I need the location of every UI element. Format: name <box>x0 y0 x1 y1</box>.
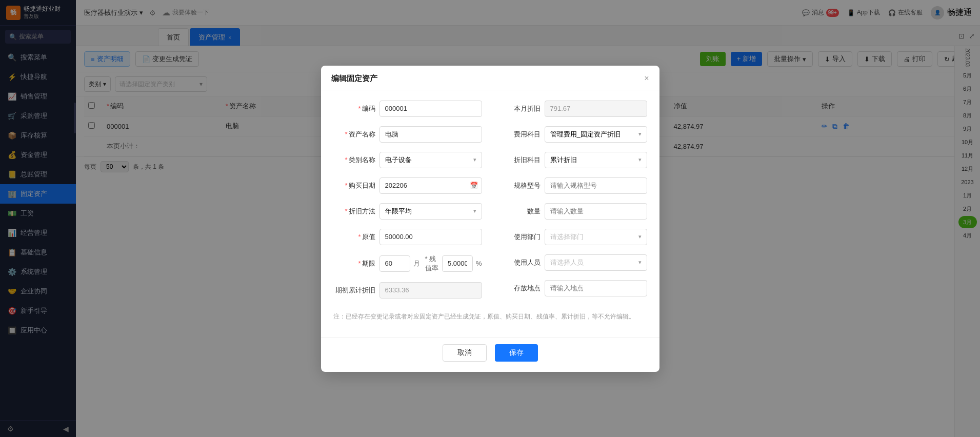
input-location[interactable] <box>545 280 647 296</box>
label-quantity: 数量 <box>498 207 545 216</box>
form-row-purchase-date: *购买日期 📅 <box>333 177 482 194</box>
modal-left-col: *编码 *资产名称 *类别名称 电子设备 ▾ <box>333 101 482 308</box>
input-code[interactable] <box>379 101 482 117</box>
select-deprec-method-value: 年限平均 <box>385 207 412 216</box>
deprec-method-chevron-icon: ▾ <box>473 208 476 214</box>
input-purchase-date[interactable] <box>379 177 482 194</box>
label-asset-name: *资产名称 <box>333 130 379 139</box>
modal-note: 注：已经存在变更记录或者对应固定资产已经生成凭证，原值、购买日期、残值率、累计折… <box>333 308 647 327</box>
label-person: 使用人员 <box>498 258 545 267</box>
form-row-original-value: *原值 <box>333 229 482 245</box>
form-row-quantity: 数量 <box>498 203 647 220</box>
label-category: *类别名称 <box>333 155 379 165</box>
period-group: 月 * 残值率 % <box>379 254 482 273</box>
form-row-person: 使用人员 请选择人员 ▾ <box>498 254 647 271</box>
input-asset-name[interactable] <box>379 126 482 143</box>
select-deprec-subject[interactable]: 累计折旧 ▾ <box>545 152 647 168</box>
input-residual-rate[interactable] <box>442 255 473 272</box>
select-deprec-method[interactable]: 年限平均 ▾ <box>379 203 482 220</box>
modal-footer: 取消 保存 <box>321 337 659 372</box>
label-dept: 使用部门 <box>498 232 545 242</box>
modal-grid: *编码 *资产名称 *类别名称 电子设备 ▾ <box>333 101 647 308</box>
expense-subject-chevron-icon: ▾ <box>638 131 642 137</box>
calendar-icon: 📅 <box>470 182 478 189</box>
label-location: 存放地点 <box>498 284 545 293</box>
form-row-period: *期限 月 * 残值率 % <box>333 254 482 273</box>
input-monthly-deprec <box>545 101 647 117</box>
modal-close-btn[interactable]: × <box>644 74 649 83</box>
select-category[interactable]: 电子设备 ▾ <box>379 152 482 168</box>
category-select-chevron-icon: ▾ <box>473 156 476 163</box>
select-category-value: 电子设备 <box>385 155 412 165</box>
form-row-dept: 使用部门 请选择部门 ▾ <box>498 229 647 245</box>
label-original-value: *原值 <box>333 232 379 242</box>
input-quantity[interactable] <box>545 203 647 220</box>
label-expense-subject: 费用科目 <box>498 130 545 139</box>
form-row-period-accum: 期初累计折旧 <box>333 282 482 299</box>
modal-header: 编辑固定资产 × <box>321 66 659 90</box>
modal-overlay[interactable]: 编辑固定资产 × *编码 *资产名称 <box>0 0 980 437</box>
label-period-accum: 期初累计折旧 <box>333 286 379 295</box>
form-row-spec-model: 规格型号 <box>498 177 647 194</box>
select-person-placeholder: 请选择人员 <box>550 258 584 267</box>
edit-asset-modal: 编辑固定资产 × *编码 *资产名称 <box>321 66 659 372</box>
label-deprec-method: *折旧方法 <box>333 207 379 216</box>
form-row-monthly-deprec: 本月折旧 <box>498 101 647 117</box>
form-row-expense-subject: 费用科目 管理费用_固定资产折旧 ▾ <box>498 126 647 143</box>
input-original-value[interactable] <box>379 229 482 245</box>
label-spec-model: 规格型号 <box>498 181 545 190</box>
form-row-location: 存放地点 <box>498 280 647 296</box>
select-dept-placeholder: 请选择部门 <box>550 232 584 242</box>
period-unit: 月 <box>413 259 420 268</box>
select-dept[interactable]: 请选择部门 ▾ <box>545 229 647 245</box>
input-period-accum[interactable] <box>379 282 482 299</box>
save-button[interactable]: 保存 <box>495 344 538 362</box>
input-spec-model[interactable] <box>545 177 647 194</box>
modal-right-col: 本月折旧 费用科目 管理费用_固定资产折旧 ▾ 折旧科目 <box>498 101 647 308</box>
modal-title: 编辑固定资产 <box>331 74 377 84</box>
form-row-asset-name: *资产名称 <box>333 126 482 143</box>
residual-rate-unit: % <box>476 260 482 267</box>
form-row-deprec-method: *折旧方法 年限平均 ▾ <box>333 203 482 220</box>
residual-rate-label: * 残值率 <box>425 254 439 273</box>
deprec-subject-chevron-icon: ▾ <box>638 156 642 163</box>
label-monthly-deprec: 本月折旧 <box>498 104 545 113</box>
select-person[interactable]: 请选择人员 ▾ <box>545 254 647 271</box>
person-chevron-icon: ▾ <box>638 259 642 266</box>
form-row-category: *类别名称 电子设备 ▾ <box>333 152 482 168</box>
input-purchase-date-wrap: 📅 <box>379 177 482 194</box>
select-deprec-subject-value: 累计折旧 <box>550 155 577 165</box>
form-row-code: *编码 <box>333 101 482 117</box>
select-expense-subject-value: 管理费用_固定资产折旧 <box>550 130 621 139</box>
dept-chevron-icon: ▾ <box>638 233 642 240</box>
select-expense-subject[interactable]: 管理费用_固定资产折旧 ▾ <box>545 126 647 143</box>
label-purchase-date: *购买日期 <box>333 181 379 190</box>
modal-body: *编码 *资产名称 *类别名称 电子设备 ▾ <box>321 90 659 337</box>
cancel-button[interactable]: 取消 <box>443 344 487 362</box>
form-row-deprec-subject: 折旧科目 累计折旧 ▾ <box>498 152 647 168</box>
label-period: *期限 <box>333 259 379 268</box>
input-period[interactable] <box>379 255 410 272</box>
label-deprec-subject: 折旧科目 <box>498 155 545 165</box>
label-code: *编码 <box>333 104 379 113</box>
